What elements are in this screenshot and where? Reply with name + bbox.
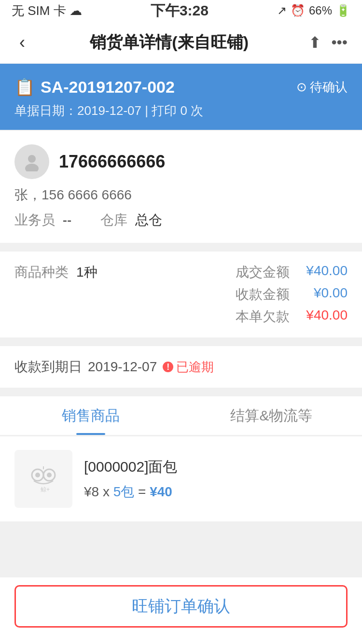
sales-rep-value: -- (63, 212, 72, 227)
order-header: 📋 SA-20191207-002 ⊙ 待确认 单据日期：2019-12-07 … (0, 64, 362, 130)
price-text: ¥8 x (84, 484, 113, 499)
customer-name: 张，156 6666 6666 (14, 186, 348, 204)
order-date: 单据日期：2019-12-07 | 打印 0 次 (14, 102, 348, 119)
order-id: 📋 SA-20191207-002 (14, 77, 175, 97)
status-right: ↗ ⏰ 66% 🔋 (277, 4, 350, 17)
location-icon: ↗ (277, 4, 287, 17)
page-title: 销货单详情(来自旺铺) (90, 31, 249, 54)
warehouse: 仓库 总仓 (100, 211, 162, 229)
tab-active-indicator (76, 433, 105, 435)
order-status-text: 待确认 (310, 79, 348, 96)
tab-products[interactable]: 销售商品 (0, 396, 181, 435)
deal-amount-value: ¥40.00 (299, 263, 348, 281)
product-info: [0000002]面包 ¥8 x 5包 = ¥40 (84, 457, 348, 501)
svg-point-5 (47, 473, 52, 477)
deal-amount-row: 成交金额 ¥40.00 (227, 263, 348, 281)
nav-actions: ⬆ ••• (308, 33, 348, 52)
customer-phone: 17666666666 (59, 152, 165, 172)
battery-icon: 🔋 (336, 4, 350, 17)
status-left: 无 SIM 卡 ☁ (12, 2, 82, 19)
order-status: ⊙ 待确认 (296, 79, 348, 96)
back-button[interactable]: ‹ (14, 28, 30, 57)
divider-3 (0, 389, 362, 396)
overdue-text: 已逾期 (176, 359, 214, 376)
amounts: 成交金额 ¥40.00 收款金额 ¥0.00 本单欠款 ¥40.00 (227, 263, 348, 326)
svg-point-1 (25, 164, 39, 171)
clock-icon: ⊙ (296, 80, 307, 95)
summary-card: 商品种类 1种 成交金额 ¥40.00 收款金额 ¥0.00 本单欠款 ¥40.… (0, 252, 362, 337)
overdue-icon: ! (163, 362, 173, 372)
divider-2 (0, 338, 362, 346)
received-value: ¥0.00 (299, 285, 348, 304)
status-time: 下午3:28 (151, 1, 209, 21)
bottom-bar: 旺铺订单确认 (0, 577, 362, 644)
svg-point-0 (28, 155, 36, 163)
due-date-card: 收款到期日 2019-12-07 ! 已逾期 (0, 346, 362, 388)
svg-text:鲸+: 鲸+ (41, 486, 50, 493)
due-label: 收款到期日 (14, 358, 82, 376)
tab-products-label: 销售商品 (62, 406, 120, 426)
signal-text: 无 SIM 卡 ☁ (12, 2, 82, 19)
confirm-button-label: 旺铺订单确认 (132, 595, 230, 617)
product-price: ¥8 x 5包 = ¥40 (84, 483, 348, 501)
battery-text: 66% (309, 4, 332, 17)
customer-meta: 业务员 -- 仓库 总仓 (14, 211, 348, 229)
product-type-label: 商品种类 (14, 263, 69, 281)
status-bar: 无 SIM 卡 ☁ 下午3:28 ↗ ⏰ 66% 🔋 (0, 0, 362, 21)
total-text: ¥40 (150, 484, 172, 499)
eq-text: = (134, 484, 150, 499)
order-id-icon: 📋 (14, 77, 35, 97)
avatar (14, 144, 49, 179)
table-row: 鲸+ [0000002]面包 ¥8 x 5包 = ¥40 (0, 436, 362, 521)
owed-value: ¥40.00 (299, 308, 348, 326)
sales-rep-label: 业务员 (14, 212, 55, 227)
received-label: 收款金额 (227, 285, 290, 304)
product-type: 商品种类 1种 (14, 263, 227, 281)
product-type-value: 1种 (76, 263, 97, 281)
tab-settlement-label: 结算&物流等 (230, 406, 312, 426)
warehouse-label: 仓库 (100, 212, 127, 227)
owed-row: 本单欠款 ¥40.00 (227, 308, 348, 326)
deal-amount-label: 成交金额 (227, 263, 290, 281)
product-name: [0000002]面包 (84, 457, 348, 477)
alarm-icon: ⏰ (291, 4, 305, 17)
sales-rep: 业务员 -- (14, 211, 71, 229)
share-icon[interactable]: ⬆ (308, 33, 321, 52)
qty-text: 5包 (113, 484, 135, 499)
order-id-text: SA-20191207-002 (41, 78, 175, 97)
tab-bar: 销售商品 结算&物流等 (0, 396, 362, 435)
nav-bar: ‹ 销货单详情(来自旺铺) ⬆ ••• (0, 21, 362, 64)
overdue-badge: ! 已逾期 (163, 359, 214, 376)
svg-point-4 (35, 473, 40, 477)
more-icon[interactable]: ••• (331, 33, 348, 51)
product-list: 鲸+ [0000002]面包 ¥8 x 5包 = ¥40 (0, 436, 362, 521)
received-row: 收款金额 ¥0.00 (227, 285, 348, 304)
divider-1 (0, 244, 362, 252)
due-date-value: 2019-12-07 (88, 359, 157, 375)
confirm-button[interactable]: 旺铺订单确认 (14, 585, 348, 628)
product-image: 鲸+ (14, 450, 72, 508)
tab-settlement[interactable]: 结算&物流等 (181, 396, 362, 435)
customer-card: 17666666666 张，156 6666 6666 业务员 -- 仓库 总仓 (0, 131, 362, 243)
owed-label: 本单欠款 (227, 308, 290, 326)
warehouse-value: 总仓 (135, 212, 162, 227)
